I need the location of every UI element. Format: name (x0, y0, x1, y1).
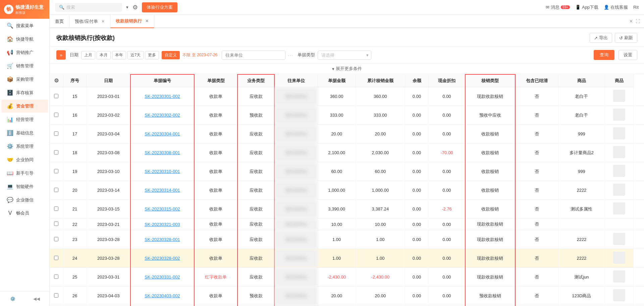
cell-doc-number[interactable]: SK-20230328-002 (130, 249, 194, 268)
row-checkbox[interactable] (54, 274, 58, 279)
sidebar-item-basic[interactable]: ℹ️基础信息 (1, 126, 48, 139)
sidebar-item-business[interactable]: 📊经营管理 (1, 113, 48, 126)
cell-verified-amount: 1.00 (356, 230, 405, 249)
page-title: 收款核销执行(按收款) (56, 34, 115, 42)
sidebar-item-inventory[interactable]: 🗄️库存核算 (1, 86, 48, 99)
partner-more-btn[interactable]: ··· (288, 53, 294, 58)
row-checkbox[interactable] (54, 188, 58, 192)
goods-thumbnail (613, 109, 625, 121)
expand-label: 展开更多条件 (336, 66, 362, 72)
cell-date: 2023-03-14 (87, 181, 130, 200)
cell-amount: 333.00 (318, 106, 356, 125)
user-avatar[interactable]: Rit (633, 5, 639, 10)
maximize-icon[interactable]: ⛶ (636, 19, 640, 24)
refresh-icon: ↺ (619, 36, 623, 41)
sidebar-item-shortcuts[interactable]: 🏠快捷导航 (1, 33, 48, 46)
sidebar-item-search[interactable]: 🔍搜索菜单 (1, 19, 48, 32)
sidebar-item-hardware[interactable]: 💻智能硬件 (1, 180, 48, 193)
tab-close-verify-execution[interactable]: ✕ (145, 19, 149, 23)
cell-doc-number[interactable]: SK-20230308-001 (130, 143, 194, 162)
cell-doc-number[interactable]: SK-20230403-002 (130, 287, 194, 305)
row-checkbox[interactable] (54, 94, 58, 98)
industry-btn[interactable]: 体验行业方案 (142, 2, 177, 12)
expand-more-bar[interactable]: ▾ 展开更多条件 (50, 64, 644, 74)
date-btn-上月[interactable]: 上月 (81, 51, 95, 59)
row-checkbox[interactable] (54, 237, 58, 241)
row-checkbox[interactable] (54, 256, 58, 260)
cell-date: 2023-04-03 (87, 287, 130, 305)
cell-verified-amount: 1,000.00 (356, 181, 405, 200)
sidebar-item-finance[interactable]: 💰资金管理 (1, 100, 48, 113)
row-checkbox[interactable] (54, 150, 58, 155)
th-doc-type: 单据类型 (194, 74, 238, 87)
dropdown-arrow[interactable]: ▾ (126, 5, 128, 10)
row-checkbox[interactable] (54, 169, 58, 173)
sidebar-item-wechat[interactable]: 💬企业微信 (1, 193, 48, 206)
export-button[interactable]: ↗ 导出 (590, 33, 612, 43)
online-service-action[interactable]: 👤 在线客服 (604, 4, 628, 10)
cell-include-settled: 否 (515, 268, 558, 287)
row-checkbox[interactable] (54, 206, 58, 211)
row-checkbox[interactable] (54, 131, 58, 136)
cell-doc-type: 收款单 (194, 219, 238, 230)
sidebar-item-guide[interactable]: 📖新手引导 (1, 167, 48, 180)
tab-home[interactable]: 首页 (50, 15, 69, 28)
tab-pre-receivable[interactable]: 预收/应付单✕ (69, 15, 110, 28)
date-btn-更多[interactable]: 更多 (145, 51, 159, 59)
cell-date: 2023-03-15 (87, 200, 130, 219)
sales-icon: 🛒 (7, 63, 13, 69)
sidebar-item-system[interactable]: ⚙️系统管理 (1, 140, 48, 153)
settings-filter-button[interactable]: 设置 (619, 50, 637, 60)
date-btn-本月[interactable]: 本月 (97, 51, 111, 59)
tab-verify-execution[interactable]: 收款核销执行✕ (110, 15, 154, 28)
cell-partner: 某往来单位 (274, 162, 318, 181)
cell-biz-type: 应收款 (237, 200, 274, 219)
cell-doc-type: 红字收款单 (194, 268, 238, 287)
doctype-select[interactable]: 请选择 (318, 51, 371, 60)
custom-date-btn[interactable]: 自定义 (162, 51, 180, 59)
cell-doc-number[interactable]: SK-20230302-002 (130, 106, 194, 125)
messages-action[interactable]: ✉ 消息 99+ (546, 4, 570, 10)
topbar-search[interactable]: 🔍 搜索 (55, 3, 122, 12)
collapse-button[interactable]: ◀◀ (25, 294, 48, 303)
messages-badge: 99+ (561, 5, 570, 9)
cell-amount: 360.00 (318, 87, 356, 106)
query-button[interactable]: 查询 (594, 50, 614, 60)
cell-verify-type: 现款收款核销 (465, 219, 515, 230)
cell-doc-number[interactable]: SK-20230310-001 (130, 162, 194, 181)
cell-doc-number[interactable]: SK-20230331-002 (130, 268, 194, 287)
cell-goods: 2222 (558, 230, 605, 249)
date-label: 日期 (70, 52, 78, 58)
cell-goods: 999 (558, 162, 605, 181)
date-btn-近7天[interactable]: 近7天 (127, 51, 144, 59)
close-window-icon[interactable]: ✕ (629, 19, 633, 24)
filter-toggle-button[interactable]: » (56, 50, 66, 60)
date-btn-本年[interactable]: 本年 (112, 51, 126, 59)
cell-date: 2023-03-10 (87, 162, 130, 181)
cell-doc-number[interactable]: SK-20230321-003 (130, 219, 194, 230)
cell-include-settled: 否 (515, 162, 558, 181)
sidebar-item-marketing[interactable]: 📢营销推广 (1, 46, 48, 59)
cell-doc-number[interactable]: SK-20230315-002 (130, 200, 194, 219)
partner-input[interactable] (222, 51, 285, 60)
cell-doc-number[interactable]: SK-20230314-001 (130, 181, 194, 200)
cell-doc-number[interactable]: SK-20230328-001 (130, 230, 194, 249)
refresh-button[interactable]: ↺ 刷新 (615, 33, 637, 43)
sidebar-item-sales[interactable]: 🛒销售管理 (1, 59, 48, 72)
settings-button[interactable]: ⚙️ (1, 294, 24, 303)
app-download-action[interactable]: 📱 App下载 (575, 4, 598, 10)
sidebar-label-member: 畅会员 (16, 210, 29, 216)
gear-icon[interactable]: ⚙ (132, 4, 138, 11)
row-checkbox[interactable] (54, 293, 58, 298)
sidebar-item-procurement[interactable]: 📦采购管理 (1, 73, 48, 86)
cell-cash-discount: -2.76 (429, 200, 465, 219)
cell-doc-number[interactable]: SK-20230304-001 (130, 125, 194, 143)
sidebar-item-member[interactable]: V畅会员 (1, 207, 48, 220)
tab-close-pre-receivable[interactable]: ✕ (101, 19, 105, 24)
row-checkbox[interactable] (54, 222, 58, 226)
col-settings-icon[interactable]: ⚙ (54, 78, 59, 83)
sidebar-item-cooperation[interactable]: 🤝企业协同 (1, 153, 48, 166)
cell-doc-type: 收款单 (194, 287, 238, 305)
cell-doc-number[interactable]: SK-20230301-002 (130, 87, 194, 106)
row-checkbox[interactable] (54, 113, 58, 117)
